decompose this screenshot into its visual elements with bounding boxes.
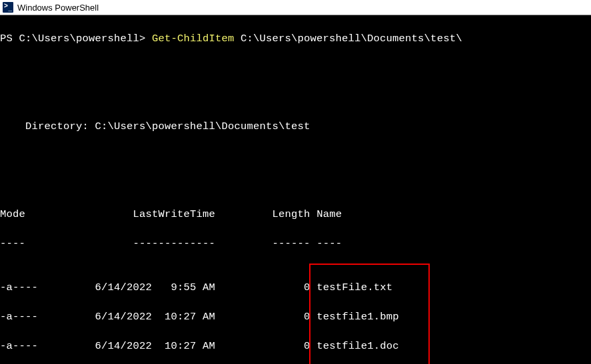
col-name: Name	[316, 208, 342, 220]
blank-line	[0, 178, 591, 192]
table-row: -a---- 6/14/2022 10:27 AM 0 testfile1.do…	[0, 339, 591, 353]
table-row: -a---- 6/14/2022 9:55 AM 0 testFile.txt	[0, 280, 591, 295]
terminal-output[interactable]: PS C:\Users\powershell> Get-ChildItem C:…	[0, 15, 591, 364]
directory-line: Directory: C:\Users\powershell\Documents…	[0, 119, 591, 134]
file-table: -a---- 6/14/2022 9:55 AM 0 testFile.txt …	[0, 266, 591, 364]
line-cmd1: PS C:\Users\powershell> Get-ChildItem C:…	[0, 31, 591, 46]
table-header: Mode LastWriteTime Length Name	[0, 207, 591, 222]
blank-line	[0, 61, 591, 75]
powershell-icon	[3, 2, 13, 13]
prompt: PS C:\Users\powershell>	[0, 33, 152, 45]
cmdlet-name: Get-ChildItem	[152, 33, 235, 45]
table-row: -a---- 6/14/2022 10:27 AM 0 testfile1.bm…	[0, 309, 591, 324]
col-mode: Mode	[0, 208, 25, 220]
col-length: Length	[273, 208, 310, 220]
cmd-arg: C:\Users\powershell\Documents\test\	[235, 33, 462, 45]
table-dashes: ---- ------------- ------ ----	[0, 236, 591, 251]
blank-line	[0, 148, 591, 163]
col-lastwritetime: LastWriteTime	[133, 208, 216, 220]
window-title: Windows PowerShell	[17, 3, 99, 13]
blank-line	[0, 90, 591, 104]
titlebar[interactable]: Windows PowerShell	[0, 0, 591, 15]
